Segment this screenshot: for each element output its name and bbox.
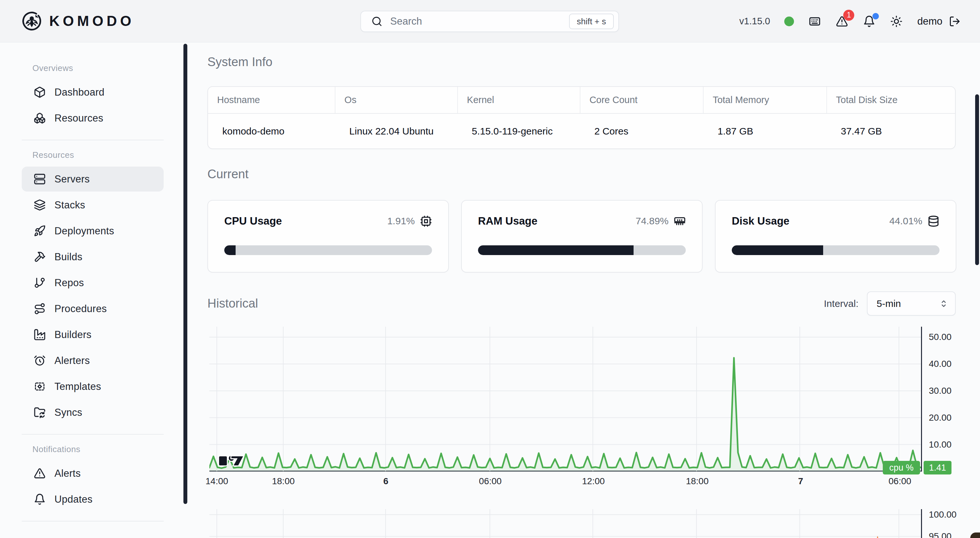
komodo-app: KOMODO Search shift + s v1.15.0 1: [0, 0, 980, 538]
y-tick-label: 100.00: [929, 509, 957, 520]
col-total-disk-size: Total Disk Size: [827, 87, 955, 113]
interval-select[interactable]: 5-min: [867, 291, 956, 316]
col-os: Os: [335, 87, 458, 113]
alert-count-badge: 1: [843, 10, 854, 21]
mem-historical-chart[interactable]: 100.0095.00: [209, 509, 956, 538]
alarm-clock-icon: [34, 355, 46, 366]
sidebar-item-settings[interactable]: Settings: [22, 531, 164, 538]
search-icon: [371, 16, 382, 27]
search-placeholder: Search: [390, 16, 561, 27]
cell-total-disk-size: 37.47 GB: [827, 113, 955, 148]
cpu-chart-series: [209, 327, 921, 471]
sidebar-item-servers[interactable]: Servers: [22, 167, 164, 191]
search-shortcut-kbd: shift + s: [569, 14, 614, 29]
brand[interactable]: KOMODO: [21, 11, 135, 32]
x-tick-label: 14:00: [205, 476, 228, 487]
interval-value: 5-min: [877, 298, 901, 309]
folder-sync-icon: [34, 406, 46, 419]
y-tick-label: 10.00: [929, 439, 951, 450]
komodo-logo-icon: [21, 11, 42, 32]
disk-usage-value: 44.01%: [889, 215, 922, 226]
main-content: System Info Hostname Os Kernel Core Coun…: [194, 43, 980, 538]
x-tick-label: 06:00: [479, 476, 502, 487]
cpu-series-label-pill: cpu %: [883, 461, 920, 474]
username-label: demo: [917, 16, 942, 27]
brand-name: KOMODO: [49, 13, 135, 29]
sidebar-item-syncs[interactable]: Syncs: [22, 400, 164, 425]
alerts-button[interactable]: 1: [835, 15, 848, 28]
logout-icon: [949, 16, 961, 27]
current-title: Current: [207, 167, 956, 181]
system-info-title: System Info: [207, 55, 956, 69]
cpu-icon: [420, 215, 432, 227]
sun-icon: [890, 15, 902, 27]
interval-label: Interval:: [824, 298, 859, 309]
disk-usage-card: Disk Usage 44.01%: [715, 200, 956, 272]
col-hostname: Hostname: [208, 87, 335, 113]
cpu-chart-plot-area[interactable]: cpu %: [209, 327, 922, 471]
historical-title: Historical: [207, 296, 258, 310]
table-row: komodo-demo Linux 22.04 Ubuntu 5.15.0-11…: [208, 113, 955, 148]
cell-core-count: 2 Cores: [580, 113, 703, 148]
git-branch-icon: [34, 277, 46, 289]
core-status-dot[interactable]: [784, 16, 794, 26]
sidebar-section-resources: Resources: [32, 150, 185, 160]
cell-os: Linux 22.04 Ubuntu: [335, 113, 458, 148]
mem-chart-series: [209, 509, 921, 538]
col-kernel: Kernel: [458, 87, 580, 113]
sidebar-item-dashboard[interactable]: Dashboard: [22, 80, 164, 105]
sidebar-item-alerters[interactable]: Alerters: [22, 348, 164, 373]
cpu-chart-time-axis[interactable]: 14:0018:00606:0012:0018:00706:00: [209, 471, 922, 489]
x-tick-label: 7: [798, 476, 803, 487]
y-tick-label: 20.00: [929, 412, 951, 423]
user-menu[interactable]: demo: [917, 16, 961, 27]
sidebar-item-builders[interactable]: Builders: [22, 322, 164, 347]
x-tick-label: 06:00: [889, 476, 911, 487]
sidebar-section-overviews: Overviews: [32, 63, 185, 73]
sidebar-scrollbar[interactable]: [183, 44, 187, 504]
search-input[interactable]: Search shift + s: [360, 11, 619, 32]
mem-chart-price-axis[interactable]: 100.0095.00: [923, 509, 956, 538]
y-tick-label: 50.00: [929, 332, 951, 342]
chevrons-up-down-icon: [939, 299, 948, 309]
y-tick-label: 30.00: [929, 386, 951, 396]
version-label: v1.15.0: [739, 16, 770, 27]
updates-button[interactable]: [863, 15, 876, 28]
theme-toggle-button[interactable]: [890, 15, 903, 28]
cpu-usage-value: 1.91%: [387, 215, 415, 226]
factory-icon: [34, 329, 46, 341]
bell-icon: [34, 493, 46, 505]
sidebar-item-builds[interactable]: Builds: [22, 244, 164, 269]
tradingview-watermark-icon[interactable]: [217, 454, 246, 468]
sidebar-item-resources[interactable]: Resources: [22, 106, 164, 131]
x-tick-label: 12:00: [582, 476, 605, 487]
x-tick-label: 6: [383, 476, 388, 487]
cpu-historical-chart[interactable]: cpu % 1.41 0.0010.0020.0030.0040.0050.00…: [209, 327, 956, 489]
route-icon: [34, 303, 46, 315]
ram-usage-card: RAM Usage 74.89%: [461, 200, 703, 272]
cell-kernel: 5.15.0-119-generic: [458, 113, 580, 148]
sidebar-item-repos[interactable]: Repos: [22, 270, 164, 295]
boxes-icon: [34, 112, 46, 124]
cpu-progress-bar: [224, 245, 432, 255]
y-tick-label: 95.00: [929, 531, 951, 538]
ram-usage-value: 74.89%: [635, 215, 668, 226]
sidebar-item-templates[interactable]: Templates: [22, 374, 164, 399]
topbar: KOMODO Search shift + s v1.15.0 1: [0, 0, 980, 43]
cell-hostname: komodo-demo: [208, 113, 335, 148]
sidebar-item-procedures[interactable]: Procedures: [22, 296, 164, 321]
sidebar-item-alerts[interactable]: Alerts: [22, 461, 164, 486]
keyboard-shortcuts-button[interactable]: [808, 15, 821, 28]
sidebar-item-updates[interactable]: Updates: [22, 487, 164, 512]
system-info-table: Hostname Os Kernel Core Count Total Memo…: [207, 86, 956, 149]
main-scrollbar[interactable]: [975, 94, 979, 265]
sidebar-item-stacks[interactable]: Stacks: [22, 193, 164, 218]
sidebar-item-deployments[interactable]: Deployments: [22, 218, 164, 244]
table-header-row: Hostname Os Kernel Core Count Total Memo…: [208, 87, 955, 113]
mem-chart-plot-area[interactable]: [209, 509, 922, 538]
cpu-chart-price-axis[interactable]: 1.41 0.0010.0020.0030.0040.0050.00: [923, 327, 956, 471]
sidebar-divider: [22, 140, 164, 140]
rocket-icon: [34, 225, 46, 237]
hammer-icon: [34, 251, 46, 263]
database-icon: [928, 215, 940, 227]
